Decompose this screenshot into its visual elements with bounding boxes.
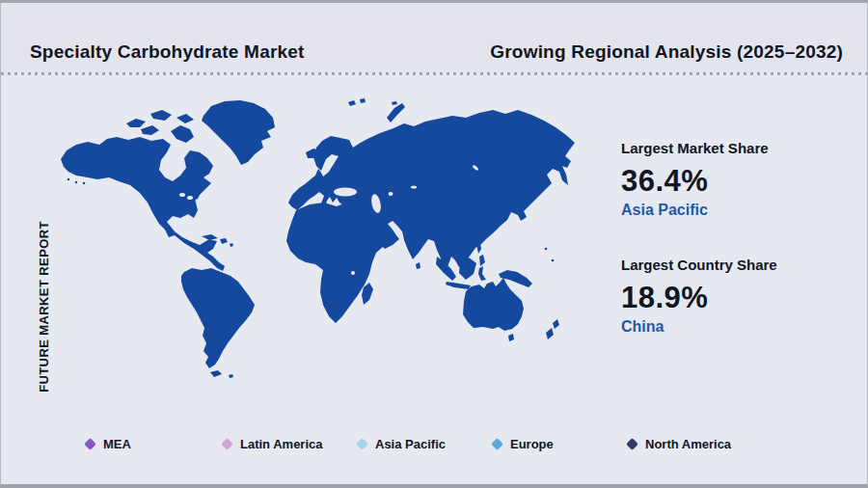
brand-watermark: FUTURE MARKET REPORT: [37, 221, 51, 393]
map-australia: [463, 278, 524, 341]
stat-label: Largest Country Share: [621, 257, 862, 274]
map-black-sea: [334, 188, 357, 197]
legend-dot-latin-america: [221, 438, 233, 450]
map-great-lakes: [187, 196, 193, 200]
map-great-lakes: [196, 199, 203, 203]
page-subtitle: Growing Regional Analysis (2025–2032): [490, 41, 843, 63]
map-south-america: [181, 268, 255, 378]
map-greenland: [202, 100, 275, 165]
map-island-speck: [552, 259, 555, 262]
stat-region: China: [621, 317, 862, 337]
page-title: Specialty Carbohydrate Market: [30, 41, 305, 63]
stat-value: 18.9%: [621, 281, 862, 315]
legend-item-north-america: North America: [628, 434, 731, 453]
stat-label: Largest Market Share: [621, 140, 862, 157]
dotted-divider: [1, 72, 867, 75]
map-novaya-zemlya: [348, 98, 405, 122]
legend-label: Asia Pacific: [375, 437, 446, 451]
map-aral-sea: [389, 192, 393, 196]
legend-item-asia-pacific: Asia Pacific: [358, 434, 446, 453]
header: Specialty Carbohydrate Market Growing Re…: [1, 3, 867, 72]
stat-value: 36.4%: [621, 164, 862, 199]
legend-item-latin-america: Latin America: [223, 434, 323, 453]
map-north-america: [61, 137, 225, 271]
map-lake-victoria: [351, 271, 355, 275]
map-island-speck: [83, 182, 85, 184]
map-island-speck: [68, 178, 69, 180]
legend: MEA Latin America Asia Pacific Europe No…: [1, 434, 867, 453]
legend-item-europe: Europe: [493, 434, 554, 453]
map-lake-balkhash: [411, 186, 417, 189]
infographic-frame: Specialty Carbohydrate Market Growing Re…: [0, 0, 868, 488]
map-island-speck: [75, 181, 77, 183]
world-map: [59, 95, 604, 427]
stat-market-share: Largest Market Share 36.4% Asia Pacific: [621, 140, 862, 220]
map-great-lakes: [179, 193, 185, 197]
legend-dot-mea: [84, 438, 96, 450]
legend-dot-asia-pacific: [356, 438, 368, 450]
legend-label: Latin America: [240, 437, 323, 451]
legend-label: North America: [645, 437, 731, 451]
legend-label: MEA: [103, 437, 131, 451]
map-sri-lanka: [416, 262, 420, 269]
legend-dot-europe: [491, 438, 503, 450]
map-new-zealand: [546, 319, 559, 339]
legend-item-mea: MEA: [86, 434, 131, 453]
map-island-speck: [545, 248, 548, 251]
stat-country-share: Largest Country Share 18.9% China: [621, 257, 862, 337]
legend-dot-north-america: [626, 438, 638, 450]
legend-label: Europe: [510, 437, 554, 451]
world-map-svg: [59, 95, 604, 427]
stat-region: Asia Pacific: [621, 201, 862, 220]
